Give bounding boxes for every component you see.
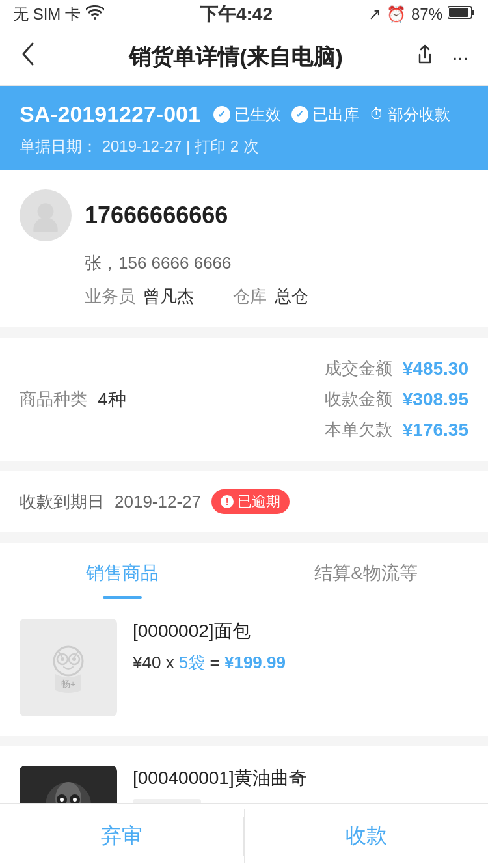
- status-tag-shipped: 已出库: [291, 104, 359, 125]
- product-unit-price-1: ¥40: [133, 653, 161, 672]
- deal-amount-row: 成交金额 ¥485.30: [325, 357, 468, 380]
- status-right: ↗ ⏰ 87%: [368, 5, 475, 23]
- avatar-icon: [29, 199, 62, 232]
- due-date-row: 收款到期日 2019-12-27 已逾期: [0, 471, 488, 532]
- svg-rect-2: [449, 8, 468, 17]
- warehouse-label: 仓库: [233, 285, 267, 308]
- date-label: 单据日期：: [20, 137, 98, 155]
- meta-sales: 业务员 曾凡杰: [85, 285, 194, 308]
- due-date-value: 2019-12-27: [115, 492, 201, 512]
- banner-top: SA-20191227-001 已生效 已出库 ⏱ 部分收款: [20, 102, 468, 127]
- owl-placeholder-icon: 畅+: [39, 638, 98, 697]
- product-type-value: 4种: [98, 387, 126, 412]
- status-tag-partial: ⏱ 部分收款: [370, 104, 450, 125]
- product-eq-1: =: [210, 653, 224, 672]
- customer-meta: 业务员 曾凡杰 仓库 总仓: [20, 285, 468, 308]
- owed-value: ¥176.35: [403, 420, 468, 441]
- collect-payment-button[interactable]: 收款: [244, 809, 488, 863]
- product-name-2: [000400001]黄油曲奇: [133, 766, 468, 791]
- signal-text: 无 SIM 卡: [13, 4, 81, 25]
- back-button[interactable]: [20, 41, 59, 73]
- summary-right: 成交金额 ¥485.30 收款金额 ¥308.95 本单欠款 ¥176.35: [325, 357, 468, 441]
- tab-sales-label: 销售商品: [86, 563, 159, 583]
- meta-warehouse: 仓库 总仓: [233, 285, 308, 308]
- tabs-row: 销售商品 结算&物流等: [0, 543, 488, 599]
- status-effective-label: 已生效: [234, 104, 281, 125]
- page-title: 销货单详情(来自电脑): [59, 42, 413, 72]
- location-icon: ↗: [368, 5, 381, 23]
- product-qty-1: 5袋: [179, 653, 205, 672]
- deal-amount-value: ¥485.30: [403, 359, 468, 379]
- check-icon-shipped: [291, 106, 308, 123]
- product-type-label: 商品种类: [20, 388, 87, 411]
- product-total-1: ¥199.99: [224, 653, 286, 672]
- order-id: SA-20191227-001: [20, 102, 200, 127]
- svg-point-3: [38, 203, 54, 219]
- svg-text:畅+: 畅+: [61, 679, 75, 689]
- status-time: 下午4:42: [200, 2, 273, 27]
- avatar: [20, 189, 72, 241]
- owed-amount-row: 本单欠款 ¥176.35: [325, 418, 468, 441]
- battery-text: 87%: [411, 5, 442, 23]
- customer-card: 17666666666 张，156 6666 6666 业务员 曾凡杰 仓库 总…: [0, 170, 488, 327]
- tab-sales-products[interactable]: 销售商品: [0, 543, 244, 599]
- abandon-review-button[interactable]: 弃审: [0, 809, 243, 863]
- product-info-1: [0000002]面包 ¥40 x 5袋 = ¥199.99: [133, 619, 468, 674]
- status-tags: 已生效 已出库 ⏱ 部分收款: [213, 104, 450, 125]
- clock-icon: ⏱: [370, 106, 384, 123]
- header-banner: SA-20191227-001 已生效 已出库 ⏱ 部分收款 单据日期： 201…: [0, 86, 488, 170]
- wifi-icon: [86, 5, 104, 23]
- product-name-1: [0000002]面包: [133, 619, 468, 644]
- svg-point-16: [60, 798, 64, 802]
- print-info: | 打印 2 次: [186, 137, 259, 155]
- product-type-row: 商品种类 4种: [20, 387, 325, 412]
- list-item: 畅+ [0000002]面包 ¥40 x 5袋 = ¥199.99: [0, 599, 488, 736]
- nav-actions: ···: [413, 43, 468, 72]
- svg-point-8: [61, 657, 64, 661]
- received-amount-row: 收款金额 ¥308.95: [325, 388, 468, 411]
- product-price-sep-1: x: [166, 653, 179, 672]
- tab-settlement[interactable]: 结算&物流等: [244, 543, 488, 599]
- more-icon[interactable]: ···: [452, 46, 468, 68]
- deal-amount-label: 成交金额: [325, 357, 392, 380]
- due-date-label: 收款到期日: [20, 491, 104, 513]
- share-icon[interactable]: [413, 43, 437, 72]
- svg-point-4: [33, 217, 58, 232]
- status-bar: 无 SIM 卡 下午4:42 ↗ ⏰ 87%: [0, 0, 488, 29]
- customer-name: 张，156 6666 6666: [20, 252, 468, 275]
- battery-icon: [448, 5, 475, 23]
- nav-bar: 销货单详情(来自电脑) ···: [0, 29, 488, 86]
- status-left: 无 SIM 卡: [13, 4, 104, 25]
- svg-rect-1: [472, 10, 474, 15]
- product-image-1: 畅+: [20, 619, 117, 716]
- overdue-badge: 已逾期: [211, 489, 290, 514]
- overdue-text: 已逾期: [237, 492, 280, 511]
- product-price-1: ¥40 x 5袋 = ¥199.99: [133, 651, 468, 674]
- owed-label: 本单欠款: [325, 418, 392, 441]
- status-tag-effective: 已生效: [213, 104, 281, 125]
- summary-card: 商品种类 4种 成交金额 ¥485.30 收款金额 ¥308.95 本单欠款 ¥…: [0, 338, 488, 461]
- svg-point-9: [72, 657, 76, 661]
- check-icon-effective: [213, 106, 230, 123]
- alarm-icon: ⏰: [386, 5, 406, 23]
- tabs-section: 销售商品 结算&物流等: [0, 543, 488, 599]
- summary-left: 商品种类 4种: [20, 387, 325, 412]
- status-shipped-label: 已出库: [312, 104, 359, 125]
- warehouse-value: 总仓: [275, 285, 308, 308]
- tab-settlement-label: 结算&物流等: [314, 563, 418, 583]
- svg-point-17: [73, 798, 77, 802]
- status-partial-label: 部分收款: [388, 104, 450, 125]
- banner-subtitle: 单据日期： 2019-12-27 | 打印 2 次: [20, 136, 468, 157]
- customer-top: 17666666666: [20, 189, 468, 241]
- received-label: 收款金额: [325, 388, 392, 411]
- sales-value: 曾凡杰: [143, 285, 194, 308]
- order-date: 2019-12-27: [102, 137, 182, 155]
- customer-id: 17666666666: [85, 202, 228, 229]
- bottom-bar: 弃审 收款: [0, 803, 488, 868]
- received-value: ¥308.95: [403, 389, 468, 410]
- sales-label: 业务员: [85, 285, 135, 308]
